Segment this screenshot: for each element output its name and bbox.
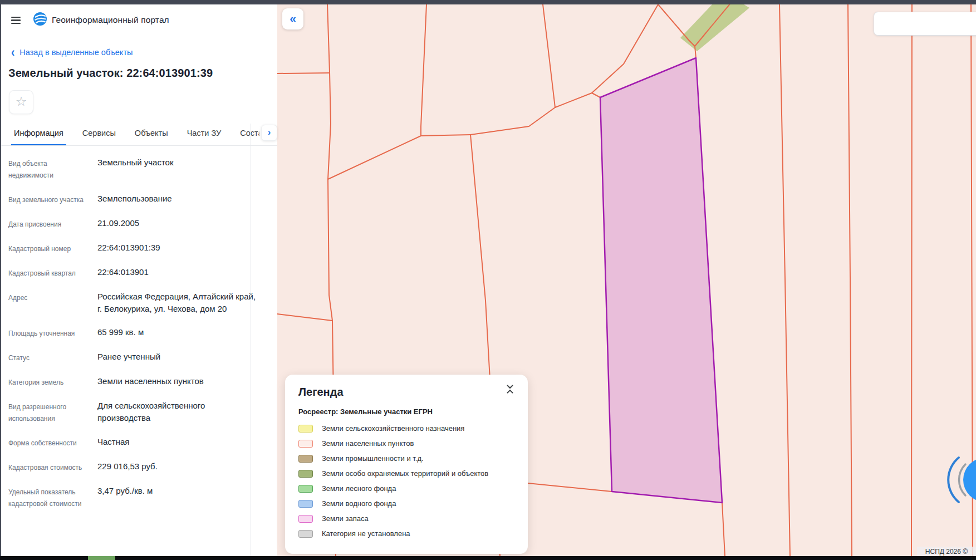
legend-swatch-icon xyxy=(298,470,313,478)
field-value: Земли населенных пунктов xyxy=(97,375,256,389)
field-label: Вид разрешенного использования xyxy=(8,400,85,425)
legend-title: Легенда xyxy=(298,386,514,399)
legend-item-label: Земли населенных пунктов xyxy=(322,439,414,448)
tab-4[interactable]: Состав xyxy=(237,124,259,146)
field-value: Земельный участок xyxy=(97,156,256,181)
legend-item-2: Земли промышленности и т.д. xyxy=(298,451,514,466)
favorite-button[interactable]: ☆ xyxy=(9,90,33,114)
field-value: 22:64:013901 xyxy=(97,266,256,279)
window-top-bar xyxy=(0,0,976,4)
field-row-1: Вид земельного участкаЗемлепользование xyxy=(8,193,270,206)
field-label: Кадастровый квартал xyxy=(8,266,85,279)
window-left-edge xyxy=(0,4,1,556)
field-row-0: Вид объекта недвижимостиЗемельный участо… xyxy=(8,156,270,181)
legend-swatch-icon xyxy=(298,530,313,538)
legend-item-label: Земли лесного фонда xyxy=(322,484,396,493)
search-input[interactable] xyxy=(874,12,976,35)
portal-logo-icon xyxy=(33,12,47,26)
field-value: 3,47 руб./кв. м xyxy=(97,485,256,510)
back-link[interactable]: ‹ Назад в выделенные объекты xyxy=(11,47,133,58)
legend-item-label: Категория не установлена xyxy=(322,529,410,538)
field-row-9: Вид разрешенного использованияДля сельск… xyxy=(8,400,270,425)
field-value: 65 999 кв. м xyxy=(97,326,256,340)
legend-item-label: Земли водного фонда xyxy=(322,499,396,508)
back-chevron-icon: ‹ xyxy=(11,47,14,58)
map-search-box xyxy=(874,12,976,36)
field-label: Вид земельного участка xyxy=(8,193,85,206)
field-row-11: Кадастровая стоимость229 016,53 руб. xyxy=(8,460,270,474)
taskbar-item[interactable] xyxy=(88,556,115,560)
portal-header: Геоинформационный портал xyxy=(0,4,277,36)
cadastral-boundary-line-14 xyxy=(911,4,912,556)
tab-2[interactable]: Объекты xyxy=(132,124,171,146)
legend-swatch-icon xyxy=(298,440,313,448)
legend-item-label: Земли особо охраняемых территорий и объе… xyxy=(322,469,488,478)
field-row-6: Площадь уточненная65 999 кв. м xyxy=(8,326,270,340)
field-label: Адрес xyxy=(8,291,85,315)
app-title: Геоинформационный портал xyxy=(52,15,169,25)
field-label: Площадь уточненная xyxy=(8,326,85,340)
field-value: Российская Федерация, Алтайский край, г.… xyxy=(97,291,256,315)
map-attribution: НСПД 2026 © xyxy=(917,547,976,557)
field-value: Ранее учтенный xyxy=(97,351,256,364)
legend-panel: Легенда Росреестр: Земельные участки ЕГР… xyxy=(285,375,528,554)
legend-swatch-icon xyxy=(298,515,313,523)
legend-item-0: Земли сельскохозяйственного назначения xyxy=(298,421,514,436)
collapse-vertical-icon xyxy=(506,384,514,395)
field-label: Форма собственности xyxy=(8,436,85,449)
tab-scroll-right-button[interactable]: › xyxy=(261,125,277,141)
chevron-right-icon: › xyxy=(268,127,271,137)
legend-swatch-icon xyxy=(298,455,313,463)
field-label: Дата присвоения xyxy=(8,217,85,230)
tab-bar-divider xyxy=(0,145,277,146)
page-title: Земельный участок: 22:64:013901:39 xyxy=(8,67,213,80)
field-row-3: Кадастровый номер22:64:013901:39 xyxy=(8,242,270,255)
field-value: Для сельскохозяйственного производства xyxy=(97,400,256,425)
field-row-12: Удельный показатель кадастровой стоимост… xyxy=(8,485,270,510)
legend-swatch-icon xyxy=(298,500,313,508)
field-value: Землепользование xyxy=(97,193,256,206)
legend-item-label: Земли промышленности и т.д. xyxy=(322,454,424,463)
legend-item-label: Земли сельскохозяйственного назначения xyxy=(322,424,464,433)
field-label: Вид объекта недвижимости xyxy=(8,156,85,181)
object-info-panel: Геоинформационный портал ‹ Назад в выдел… xyxy=(0,4,277,556)
attribute-list: Вид объекта недвижимостиЗемельный участо… xyxy=(8,156,270,521)
field-value: Частная xyxy=(97,436,256,449)
tab-0[interactable]: Информация xyxy=(11,124,66,146)
legend-item-label: Земли запаса xyxy=(322,514,369,523)
field-value: 22:64:013901:39 xyxy=(97,242,256,255)
tab-bar: ИнформацияСервисыОбъектыЧасти ЗУСостав xyxy=(11,124,259,146)
field-label: Удельный показатель кадастровой стоимост… xyxy=(8,485,85,510)
taskbar xyxy=(0,556,976,560)
field-value: 229 016,53 руб. xyxy=(97,460,256,474)
cadastral-boundary-line-1 xyxy=(277,73,329,73)
field-label: Кадастровая стоимость xyxy=(8,460,85,474)
legend-group-title: Росреестр: Земельные участки ЕГРН xyxy=(298,407,514,416)
field-row-7: СтатусРанее учтенный xyxy=(8,351,270,364)
legend-item-3: Земли особо охраняемых территорий и объе… xyxy=(298,466,514,481)
legend-item-1: Земли населенных пунктов xyxy=(298,436,514,451)
tab-1[interactable]: Сервисы xyxy=(80,124,119,146)
legend-item-4: Земли лесного фонда xyxy=(298,481,514,496)
field-label: Кадастровый номер xyxy=(8,242,85,255)
field-label: Статус xyxy=(8,351,85,364)
field-value: 21.09.2005 xyxy=(97,217,256,230)
legend-collapse-button[interactable] xyxy=(506,384,516,395)
menu-icon[interactable] xyxy=(10,14,26,28)
field-row-10: Форма собственностиЧастная xyxy=(8,436,270,449)
collapse-panel-button[interactable]: « xyxy=(282,8,303,30)
tab-3[interactable]: Части ЗУ xyxy=(184,124,224,146)
field-row-5: АдресРоссийская Федерация, Алтайский кра… xyxy=(8,291,270,315)
legend-item-6: Земли запаса xyxy=(298,511,514,526)
legend-item-7: Категория не установлена xyxy=(298,526,514,541)
legend-items: Земли сельскохозяйственного назначенияЗе… xyxy=(298,421,514,541)
field-label: Категория земель xyxy=(8,375,85,389)
legend-swatch-icon xyxy=(298,425,313,433)
field-row-4: Кадастровый квартал22:64:013901 xyxy=(8,266,270,279)
legend-item-5: Земли водного фонда xyxy=(298,496,514,511)
field-row-8: Категория земельЗемли населенных пунктов xyxy=(8,375,270,389)
star-icon: ☆ xyxy=(16,95,27,108)
double-chevron-left-icon: « xyxy=(290,12,296,24)
field-row-2: Дата присвоения21.09.2005 xyxy=(8,217,270,230)
legend-swatch-icon xyxy=(298,485,313,493)
